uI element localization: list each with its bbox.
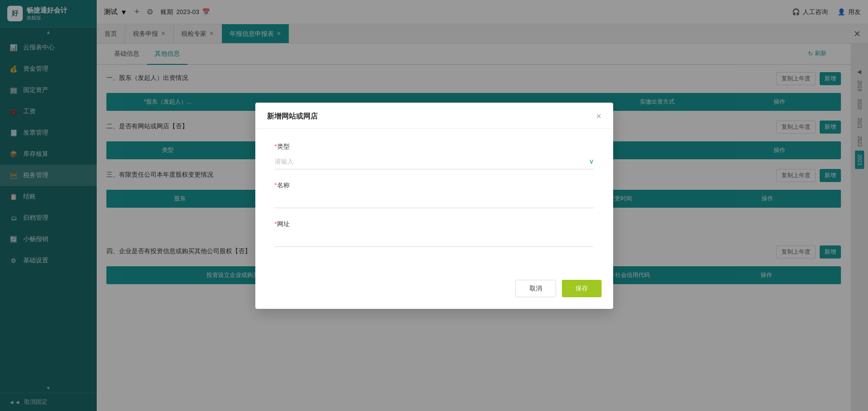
save-button[interactable]: 保存 xyxy=(562,280,602,297)
url-input-wrap xyxy=(275,231,594,247)
form-row-name: *名称 xyxy=(275,181,594,208)
modal-close-button[interactable]: × xyxy=(596,111,602,122)
url-input[interactable] xyxy=(275,231,594,246)
type-input-wrap: ∨ xyxy=(275,154,594,169)
url-label: *网址 xyxy=(275,220,594,228)
required-star-url: * xyxy=(275,220,277,228)
modal-footer: 取消 保存 xyxy=(255,272,613,309)
form-row-url: *网址 xyxy=(275,220,594,247)
modal-header: 新增网站或网店 × xyxy=(255,103,613,129)
name-input-wrap xyxy=(275,193,594,208)
type-input[interactable] xyxy=(275,154,589,169)
cancel-button[interactable]: 取消 xyxy=(515,280,556,297)
type-dropdown-arrow[interactable]: ∨ xyxy=(589,157,594,165)
required-star-type: * xyxy=(275,143,277,150)
form-row-type: *类型 ∨ xyxy=(275,142,594,169)
modal-title: 新增网站或网店 xyxy=(267,112,318,121)
name-input[interactable] xyxy=(275,193,594,208)
modal-add-website: 新增网站或网店 × *类型 ∨ *名称 xyxy=(255,103,613,309)
name-label: *名称 xyxy=(275,181,594,190)
type-label: *类型 xyxy=(275,142,594,151)
modal-body: *类型 ∨ *名称 *网址 xyxy=(255,129,613,272)
required-star-name: * xyxy=(275,182,277,189)
modal-overlay: 新增网站或网店 × *类型 ∨ *名称 xyxy=(0,0,868,411)
